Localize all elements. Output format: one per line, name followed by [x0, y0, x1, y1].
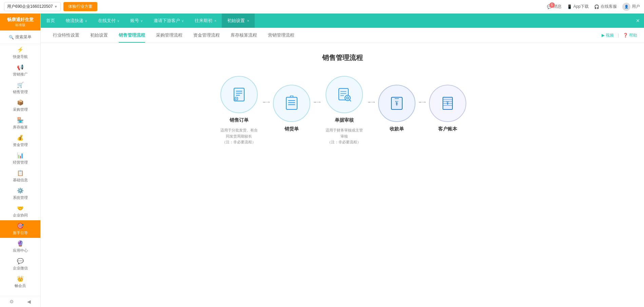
sales-invoice-icon — [283, 95, 300, 112]
sidebar-item-label: 企业协同 — [13, 213, 28, 218]
sidebar-item-member[interactable]: 👑 畅会员 — [0, 273, 40, 291]
sidebar-item-quick-nav[interactable]: ⚡ 快捷导航 — [0, 44, 40, 62]
flow-circle — [273, 85, 310, 122]
sub-tab-inventory-flow[interactable]: 库存核算流程 — [225, 28, 262, 43]
sidebar-item-basic-info[interactable]: 📋 基础信息 — [0, 167, 40, 185]
sidebar-item-enterprise-collab[interactable]: 🤝 企业协同 — [0, 203, 40, 220]
nav-tab-account[interactable]: 账号 ∨ — [125, 14, 148, 28]
flow-node-doc-review[interactable]: 单据审核 适用于财务审核或主管审核（注：非必要流程） — [324, 76, 365, 145]
quick-nav-icon: ⚡ — [17, 46, 24, 53]
sidebar-item-label: 企业微信 — [13, 266, 28, 271]
nav-tab-coming-period[interactable]: 往来期初 × — [189, 14, 222, 28]
nav-tab-home[interactable]: 首页 — [41, 14, 60, 28]
help-btn[interactable]: ❓ 帮助 — [623, 33, 637, 38]
close-icon[interactable]: × — [247, 19, 249, 23]
sidebar-item-label: 采购管理 — [13, 107, 28, 112]
sub-tab-finance-flow[interactable]: 资金管理流程 — [188, 28, 225, 43]
close-all-tabs-btn[interactable]: ✕ — [636, 18, 640, 23]
flow-node-label: 销售订单 — [230, 117, 249, 123]
tab-label: 账号 — [130, 18, 139, 24]
sidebar-search[interactable]: 🔍 搜索菜单 — [0, 30, 40, 44]
svg-line-16 — [349, 100, 351, 101]
sub-tab-purchase-flow[interactable]: 采购管理流程 — [151, 28, 188, 43]
user-profile-item[interactable]: 👤 用户 — [622, 3, 640, 11]
sub-tab-label: 资金管理流程 — [193, 32, 220, 38]
svg-rect-0 — [234, 88, 244, 101]
marketing-icon: 📢 — [17, 64, 24, 70]
message-badge-container: 💬 6 — [547, 4, 552, 9]
sub-tab-industry-settings[interactable]: 行业特性设置 — [47, 28, 85, 43]
message-item[interactable]: 💬 6 消息 — [547, 4, 562, 9]
online-service-item[interactable]: 🎧 在线客服 — [594, 4, 617, 9]
chevron-icon: ∨ — [85, 19, 87, 23]
flow-arrow-3: - - → — [368, 99, 375, 106]
sidebar-item-label: 系统管理 — [13, 195, 28, 200]
sidebar-item-inventory[interactable]: 🏪 库存核算 — [0, 115, 40, 132]
flow-node-desc: 适用于分批发货、有合同发货周期较长（注：非必要流程） — [219, 127, 259, 145]
sub-tab-label: 销售管理流程 — [119, 32, 145, 38]
sub-tab-initial-settings[interactable]: 初始设置 — [85, 28, 113, 43]
user-name-label: 用户 — [632, 4, 640, 9]
app-download-item[interactable]: 📱 App下载 — [567, 4, 589, 9]
video-help-btn[interactable]: ▶ 视频 — [602, 33, 614, 38]
nav-tab-logistics[interactable]: 物流快递 ∨ — [60, 14, 93, 28]
nav-tabs: 首页 物流快递 ∨ 在线支付 ∨ 账号 ∨ 邀请下游客户 ∨ 往来期初 × — [41, 14, 644, 28]
sidebar-bottom: ⚙ ◀ — [0, 296, 40, 307]
headset-icon: 🎧 — [594, 4, 599, 9]
logo-sub: 标准版 — [15, 23, 25, 27]
sidebar-collapse-btn[interactable]: ◀ — [27, 299, 31, 304]
sidebar-item-label: 应用中心 — [13, 248, 28, 253]
nav-tab-initial-setup[interactable]: 初始设置 × — [222, 14, 254, 28]
svg-text:¥: ¥ — [446, 101, 449, 106]
sub-tab-marketing-flow[interactable]: 营销管理流程 — [262, 28, 300, 43]
flow-node-sales-invoice[interactable]: 销货单 — [273, 85, 310, 136]
sidebar-item-purchase-mgmt[interactable]: 📦 采购管理 — [0, 97, 40, 115]
sub-tabs-right: ▶ 视频 | ❓ 帮助 — [602, 33, 637, 38]
flow-node-label: 销货单 — [285, 126, 299, 132]
sidebar-item-operations-mgmt[interactable]: 📊 经营管理 — [0, 150, 40, 167]
flow-node-label: 收款单 — [390, 126, 404, 132]
close-icon[interactable]: × — [214, 19, 216, 23]
flow-arrow-4: - - → — [419, 99, 426, 106]
sidebar-item-system-mgmt[interactable]: ⚙️ 系统管理 — [0, 185, 40, 203]
collab-icon: 🤝 — [17, 205, 24, 211]
sidebar-item-marketing-promo[interactable]: 📢 营销推广 — [0, 62, 40, 79]
sidebar-item-enterprise-wechat[interactable]: 💬 企业微信 — [0, 255, 40, 273]
user-selector[interactable]: 用户690企业1660120507 ▼ — [4, 2, 61, 11]
sidebar-logo: 畅康通好生意 标准版 — [0, 14, 40, 30]
finance-icon: 💰 — [17, 135, 24, 141]
flow-section: 销售管理流程 — [41, 43, 644, 156]
sidebar-item-app-center[interactable]: 🔮 应用中心 — [0, 238, 40, 255]
flow-node-receipt[interactable]: ¥ 收款单 — [378, 85, 415, 136]
tab-label: 首页 — [46, 18, 55, 24]
tab-label: 往来期初 — [195, 18, 212, 24]
phone-icon: 📱 — [567, 4, 572, 9]
member-icon: 👑 — [17, 275, 24, 282]
search-icon: 🔍 — [9, 35, 14, 40]
app-download-label: App下载 — [573, 4, 589, 9]
tab-label: 物流快递 — [66, 18, 83, 24]
flow-node-customer-account[interactable]: ¥ 客户账本 — [429, 85, 466, 136]
online-service-label: 在线客服 — [601, 4, 617, 9]
svg-rect-6 — [286, 97, 297, 109]
sidebar-item-label: 新手引导 — [13, 230, 28, 236]
chevron-icon: ∨ — [181, 19, 184, 23]
message-badge: 6 — [549, 2, 555, 8]
nav-tab-invite-downstream[interactable]: 邀请下游客户 ∨ — [148, 14, 189, 28]
sales-icon: 🛒 — [17, 82, 24, 88]
nav-tab-online-pay[interactable]: 在线支付 ∨ — [93, 14, 125, 28]
sidebar-item-finance-mgmt[interactable]: 💰 资金管理 — [0, 132, 40, 150]
sidebar-item-label: 库存核算 — [13, 125, 28, 130]
system-icon: ⚙️ — [17, 187, 24, 194]
trial-button[interactable]: 体验行业方案 — [63, 2, 97, 11]
sidebar-item-new-guide[interactable]: 🎯 新手引导 — [0, 220, 40, 238]
top-bar-right: 💬 6 消息 📱 App下载 🎧 在线客服 👤 用户 — [547, 3, 640, 11]
chevron-icon: ∨ — [117, 19, 119, 23]
sidebar-item-sales-mgmt[interactable]: 🛒 销售管理 — [0, 79, 40, 97]
sub-tab-sales-flow[interactable]: 销售管理流程 — [113, 28, 151, 43]
flow-node-sales-order[interactable]: 销售订单 适用于分批发货、有合同发货周期较长（注：非必要流程） — [219, 76, 259, 145]
tab-label: 邀请下游客户 — [154, 18, 180, 24]
help-icon: ❓ — [623, 33, 628, 38]
sidebar: 畅康通好生意 标准版 🔍 搜索菜单 ⚡ 快捷导航 📢 营销推广 🛒 销售管理 📦… — [0, 14, 41, 307]
sidebar-settings-btn[interactable]: ⚙ — [9, 299, 14, 304]
